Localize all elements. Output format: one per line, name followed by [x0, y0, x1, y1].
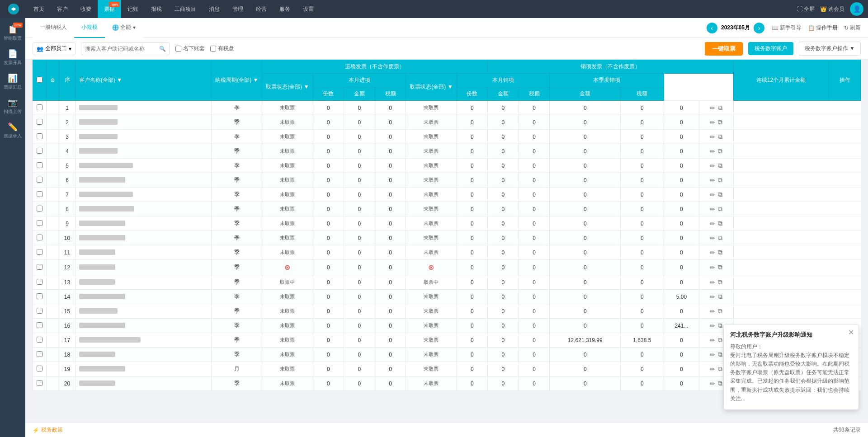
copy-icon[interactable]: ⧉ [718, 307, 722, 315]
copy-icon[interactable]: ⧉ [718, 162, 722, 169]
row-checkbox[interactable] [37, 191, 42, 197]
copy-icon[interactable]: ⧉ [718, 205, 722, 213]
edit-icon[interactable]: ✏ [710, 220, 715, 227]
edit-icon[interactable]: ✏ [710, 249, 715, 256]
edit-icon[interactable]: ✏ [710, 162, 715, 169]
prev-month-btn[interactable]: ‹ [707, 23, 717, 33]
nav-business[interactable]: 工商项目 [168, 0, 203, 18]
sidebar-item-scan-upload[interactable]: 📷 扫描上传 [1, 95, 24, 117]
edit-icon[interactable]: ✏ [710, 380, 715, 387]
edit-icon[interactable]: ✏ [710, 351, 715, 358]
operation-manual-link[interactable]: 📋 操作手册 [808, 24, 838, 32]
edit-icon[interactable]: ✏ [710, 366, 715, 373]
edit-icon[interactable]: ✏ [710, 206, 715, 213]
nav-fee[interactable]: 收费 [74, 0, 98, 18]
edit-icon[interactable]: ✏ [710, 104, 715, 112]
copy-icon[interactable]: ⧉ [718, 249, 722, 256]
copy-icon[interactable]: ⧉ [718, 147, 722, 155]
edit-icon[interactable]: ✏ [710, 191, 715, 198]
refresh-link[interactable]: ↻ 刷新 [844, 24, 861, 32]
edit-icon[interactable]: ✏ [710, 177, 715, 184]
row-checkbox[interactable] [37, 104, 42, 110]
copy-icon[interactable]: ⧉ [718, 336, 722, 344]
edit-icon[interactable]: ✏ [710, 119, 715, 126]
edit-icon[interactable]: ✏ [710, 264, 715, 271]
copy-icon[interactable]: ⧉ [718, 220, 722, 227]
nav-customer[interactable]: 客户 [51, 0, 74, 18]
copy-icon[interactable]: ⧉ [718, 278, 722, 286]
copy-icon[interactable]: ⧉ [718, 133, 722, 141]
copy-icon[interactable]: ⧉ [718, 322, 722, 329]
copy-icon[interactable]: ⧉ [718, 234, 722, 242]
row-checkbox[interactable] [37, 264, 42, 270]
member-btn[interactable]: 👑 购会员 [820, 5, 844, 13]
edit-icon[interactable]: ✏ [710, 308, 715, 315]
nav-operation[interactable]: 经营 [250, 0, 273, 18]
tax-digital-account-op-btn[interactable]: 税务数字账户操作 ▼ [799, 42, 861, 56]
tax-digital-account-btn[interactable]: 税务数字账户 [748, 42, 793, 55]
row-checkbox[interactable] [37, 206, 42, 211]
copy-icon[interactable]: ⧉ [718, 263, 722, 271]
row-checkbox[interactable] [37, 380, 42, 386]
tax-policy-link[interactable]: ⚡ 税务政策 [33, 426, 63, 434]
search-input[interactable] [85, 46, 157, 52]
sidebar-item-smart-ticket[interactable]: 📋 智能取票 new [1, 22, 24, 44]
row-checkbox[interactable] [37, 162, 42, 168]
copy-icon[interactable]: ⧉ [718, 104, 722, 112]
own-accounts-checkbox[interactable] [175, 46, 181, 52]
edit-icon[interactable]: ✏ [710, 235, 715, 242]
nav-message[interactable]: 消息 [203, 0, 226, 18]
copy-icon[interactable]: ⧉ [718, 365, 722, 373]
nav-accounting[interactable]: 记账 [121, 0, 145, 18]
nav-service[interactable]: 服务 [273, 0, 297, 18]
row-checkbox[interactable] [37, 322, 42, 328]
fullscreen-btn[interactable]: ⛶ 全屏 [797, 5, 815, 13]
edit-icon[interactable]: ✏ [710, 293, 715, 301]
copy-icon[interactable]: ⧉ [718, 293, 722, 301]
one-click-ticket-btn[interactable]: 一键取票 [705, 42, 743, 56]
notification-close-btn[interactable]: ✕ [848, 328, 854, 337]
nav-tax[interactable]: 报税 [145, 0, 168, 18]
has-tax-disk-checkbox[interactable] [210, 46, 216, 52]
search-icon[interactable]: 🔍 [159, 46, 166, 52]
row-checkbox[interactable] [37, 351, 42, 357]
edit-icon[interactable]: ✏ [710, 133, 715, 141]
row-checkbox[interactable] [37, 220, 42, 226]
row-checkbox[interactable] [37, 177, 42, 183]
copy-icon[interactable]: ⧉ [718, 380, 722, 387]
row-checkbox[interactable] [37, 293, 42, 299]
sidebar-item-ticket-summary[interactable]: 📊 票据汇总 [1, 70, 24, 93]
nav-home[interactable]: 首页 [27, 0, 51, 18]
row-checkbox[interactable] [37, 148, 42, 154]
nav-settings[interactable]: 设置 [297, 0, 320, 18]
row-checkbox[interactable] [37, 279, 42, 285]
copy-icon[interactable]: ⧉ [718, 191, 722, 198]
nav-manage[interactable]: 管理 [226, 0, 250, 18]
sidebar-item-invoice-open[interactable]: 📄 发票开具 [1, 46, 24, 69]
row-checkbox[interactable] [37, 133, 42, 139]
user-avatar[interactable]: 👤 [850, 2, 863, 16]
copy-icon[interactable]: ⧉ [718, 176, 722, 184]
edit-icon[interactable]: ✏ [710, 279, 715, 286]
row-checkbox[interactable] [37, 366, 42, 371]
row-checkbox[interactable] [37, 308, 42, 314]
copy-icon[interactable]: ⧉ [718, 118, 722, 126]
employee-select[interactable]: 👥 全部员工 ▾ [33, 42, 75, 55]
row-checkbox[interactable] [37, 119, 42, 125]
checkbox-has-tax-disk[interactable]: 有税盘 [210, 45, 234, 52]
edit-icon[interactable]: ✏ [710, 337, 715, 344]
next-month-btn[interactable]: › [754, 23, 764, 33]
tab-general-taxpayer[interactable]: 一般纳税人 [33, 18, 74, 38]
edit-icon[interactable]: ✏ [710, 148, 715, 155]
new-guide-link[interactable]: 📖 新手引导 [772, 24, 802, 32]
tab-all-capable[interactable]: 🌐 全能 ▾ [105, 18, 143, 38]
row-checkbox[interactable] [37, 235, 42, 240]
nav-ticket[interactable]: 票据 new [98, 0, 121, 18]
sidebar-item-ticket-entry[interactable]: ✏️ 票据录入 [1, 119, 24, 142]
row-checkbox[interactable] [37, 337, 42, 343]
copy-icon[interactable]: ⧉ [718, 351, 722, 358]
select-all-checkbox[interactable] [37, 77, 42, 83]
checkbox-own-accounts[interactable]: 名下账套 [175, 45, 205, 52]
row-checkbox[interactable] [37, 249, 42, 255]
tab-small-scale[interactable]: 小规模 [74, 18, 105, 38]
